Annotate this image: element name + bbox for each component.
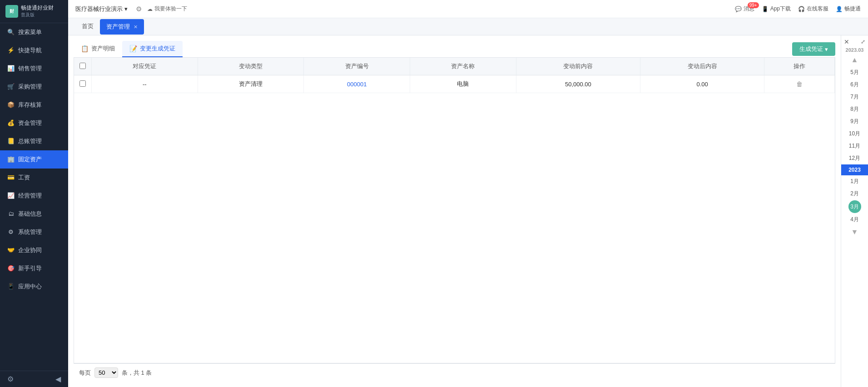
sidebar-item-fixedassets[interactable]: 🏢固定资产: [0, 150, 68, 169]
per-page-select[interactable]: 102050100: [94, 367, 118, 378]
company-dropdown-icon: ▾: [124, 5, 128, 12]
calendar-controls: ✕ ⤢: [841, 35, 868, 46]
sidebar-label-baseinfo: 基础信息: [18, 210, 42, 218]
settings-gear-icon[interactable]: ⚙: [136, 5, 142, 13]
message-icon: 💬: [735, 6, 742, 12]
calendar-month-item[interactable]: 6月: [841, 79, 868, 91]
sidebar-item-sysadmin[interactable]: ⚙系统管理: [0, 223, 68, 241]
inner-tab-detail[interactable]: 📋 资产明细: [74, 41, 122, 57]
tab-asset-management[interactable]: 资产管理 ✕: [100, 19, 144, 35]
user-menu[interactable]: 👤 畅捷通: [836, 5, 861, 13]
calendar-close-icon[interactable]: ✕: [844, 38, 849, 45]
online-service-btn[interactable]: 🎧 在线客服: [798, 5, 828, 13]
pagination-bar: 每页 102050100 条，共 1 条: [74, 363, 835, 382]
cell-after: 0.00: [640, 75, 764, 93]
inner-tabs: 📋 资产明细 📝 变更生成凭证: [74, 41, 183, 57]
messages-btn[interactable]: 💬 消息 99+: [735, 5, 754, 13]
calendar-month-item[interactable]: 3月: [848, 200, 861, 213]
sidebar-item-ledger[interactable]: 📒总账管理: [0, 132, 68, 150]
col-asset-no: 资产编号: [304, 58, 410, 75]
calendar-month-item[interactable]: 8月: [841, 103, 868, 115]
tab-close-icon[interactable]: ✕: [134, 24, 138, 30]
fixedassets-icon: 🏢: [7, 156, 15, 163]
sidebar-label-inventory: 库存核算: [18, 101, 42, 109]
calendar-month-item[interactable]: 12月: [841, 152, 868, 164]
calendar-up-arrow[interactable]: ▲: [841, 54, 868, 66]
messages-badge: 99+: [748, 2, 759, 8]
cell-asset-no: 000001: [304, 75, 410, 93]
col-voucher: 对应凭证: [92, 58, 198, 75]
col-after: 变动后内容: [640, 58, 764, 75]
sidebar-item-operations[interactable]: 📈经营管理: [0, 187, 68, 205]
calendar-month-item[interactable]: 5月: [841, 66, 868, 79]
calendar-month-item[interactable]: 11月: [841, 140, 868, 152]
table-header-row: 对应凭证 变动类型 资产编号 资产名称 变动前内容 变动后内容 操作: [74, 58, 835, 75]
sidebar-item-payroll[interactable]: 💳工资: [0, 169, 68, 187]
sidebar-label-fixedassets: 固定资产: [18, 155, 42, 164]
total-label: 条，共 1 条: [122, 369, 152, 377]
calendar-month-item[interactable]: 4月: [841, 213, 868, 226]
inner-tab-voucher[interactable]: 📝 变更生成凭证: [122, 41, 183, 57]
main-panel: 📋 资产明细 📝 变更生成凭证 生成凭证 ▾: [68, 35, 841, 387]
sidebar-item-search[interactable]: 🔍搜索菜单: [0, 23, 68, 41]
operations-icon: 📈: [7, 192, 15, 199]
calendar-month-item[interactable]: 7月: [841, 91, 868, 103]
sidebar-item-guide[interactable]: 🎯新手引导: [0, 259, 68, 278]
row-checkbox[interactable]: [79, 80, 86, 87]
sidebar-label-purchase: 采购管理: [18, 83, 42, 91]
sidebar-item-inventory[interactable]: 📦库存核算: [0, 96, 68, 114]
sidebar: 财 畅捷通好业财 普及版 🔍搜索菜单⚡快捷导航📊销售管理🛒采购管理📦库存核算💰资…: [0, 0, 68, 387]
calendar-year-marker[interactable]: 2023: [841, 164, 868, 175]
sidebar-label-sales: 销售管理: [18, 64, 42, 73]
baseinfo-icon: 🗂: [7, 210, 15, 218]
calendar-down-arrow[interactable]: ▼: [841, 226, 868, 238]
sidebar-item-purchase[interactable]: 🛒采购管理: [0, 78, 68, 96]
sidebar-item-quicknav[interactable]: ⚡快捷导航: [0, 41, 68, 60]
inventory-icon: 📦: [7, 101, 15, 109]
sidebar-item-baseinfo[interactable]: 🗂基础信息: [0, 205, 68, 223]
sidebar-label-guide: 新手引导: [18, 264, 42, 273]
company-name: 医疗器械行业演示: [75, 5, 123, 13]
cell-before: 50,000.00: [516, 75, 640, 93]
generate-voucher-button[interactable]: 生成凭证 ▾: [792, 42, 835, 56]
calendar-month-item[interactable]: 2月: [841, 188, 868, 200]
funds-icon: 💰: [7, 119, 15, 127]
sales-icon: 📊: [7, 65, 15, 72]
sidebar-item-cooperation[interactable]: 🤝企业协同: [0, 241, 68, 259]
dropdown-arrow-icon: ▾: [825, 46, 828, 53]
calendar-expand-icon[interactable]: ⤢: [861, 39, 865, 45]
table-body: -- 资产清理 000001 电脑 50,000.00 0.00 🗑: [74, 75, 835, 93]
topbar-right: 💬 消息 99+ 📱 App下载 🎧 在线客服 👤 畅捷通: [735, 5, 861, 13]
collapse-icon[interactable]: ◀: [55, 375, 61, 383]
select-all-checkbox[interactable]: [79, 63, 86, 69]
calendar-month-item[interactable]: 1月: [841, 175, 868, 188]
delete-row-icon[interactable]: 🗑: [796, 80, 803, 88]
app-download-btn[interactable]: 📱 App下载: [762, 5, 791, 13]
cell-voucher: --: [92, 75, 198, 93]
calendar-items: ▲5月6月7月8月9月10月11月12月20231月2月3月4月▼: [841, 54, 868, 387]
calendar-month-item[interactable]: 10月: [841, 128, 868, 140]
sidebar-nav: 🔍搜索菜单⚡快捷导航📊销售管理🛒采购管理📦库存核算💰资金管理📒总账管理🏢固定资产…: [0, 23, 68, 371]
cell-change-type: 资产清理: [198, 75, 304, 93]
sidebar-item-funds[interactable]: 💰资金管理: [0, 114, 68, 132]
table-row: -- 资产清理 000001 电脑 50,000.00 0.00 🗑: [74, 75, 835, 93]
app-logo-text: 畅捷通好业财 普及版: [21, 5, 54, 18]
sidebar-logo: 财 畅捷通好业财 普及版: [0, 0, 68, 23]
sidebar-label-sysadmin: 系统管理: [18, 228, 42, 236]
content-area: 📋 资产明细 📝 变更生成凭证 生成凭证 ▾: [68, 35, 868, 387]
tab-home[interactable]: 首页: [75, 19, 100, 35]
calendar-header-label: 2023.03: [841, 46, 868, 54]
row-checkbox-cell: [74, 75, 92, 93]
company-selector[interactable]: 医疗器械行业演示 ▾: [75, 5, 128, 13]
settings-icon[interactable]: ⚙: [7, 375, 14, 383]
sidebar-label-operations: 经营管理: [18, 192, 42, 200]
experience-link[interactable]: ☁ 我要体验一下: [147, 5, 187, 13]
sidebar-item-appcenter[interactable]: 📱应用中心: [0, 278, 68, 296]
calendar-month-item[interactable]: 9月: [841, 115, 868, 128]
sidebar-item-sales[interactable]: 📊销售管理: [0, 60, 68, 78]
main-area: 医疗器械行业演示 ▾ ⚙ ☁ 我要体验一下 💬 消息 99+ 📱 App下载 🎧…: [68, 0, 868, 387]
nav-tabs: 首页 资产管理 ✕: [68, 18, 868, 35]
ledger-icon: 📒: [7, 138, 15, 145]
per-page-label: 每页: [79, 369, 91, 377]
app-logo-icon: 财: [5, 5, 18, 18]
